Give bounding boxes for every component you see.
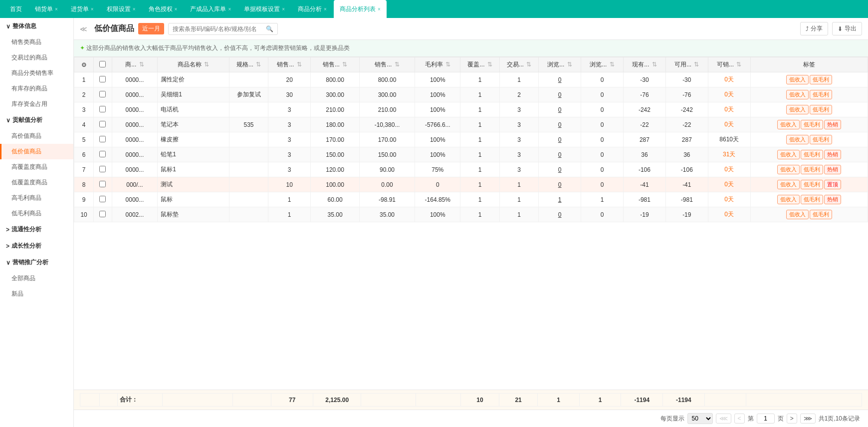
tag-badge[interactable]: 低收入 [777,120,800,129]
current-page-input[interactable] [757,414,775,424]
tag-badge[interactable]: 低收入 [777,165,800,174]
nav-tab-permission-close[interactable]: × [133,6,136,12]
row-checkbox-cell[interactable] [94,102,112,117]
row-checkbox-cell[interactable] [94,177,112,192]
sidebar-item-new-goods[interactable]: 新品 [0,286,73,302]
row-checkbox[interactable] [99,181,106,187]
sidebar-section-marketing[interactable]: ∨ 营销推广分析 [0,254,73,271]
tag-badge[interactable]: 低收入 [786,135,809,144]
browse1-link[interactable]: 0 [558,181,562,188]
browse1-link[interactable]: 0 [558,211,562,218]
tag-badge[interactable]: 低收入 [777,195,800,204]
sidebar-item-high-margin[interactable]: 高毛利商品 [0,190,73,206]
nav-tab-analysis-list[interactable]: 商品分析列表 × [334,0,387,18]
tag-badge[interactable]: 低毛利 [810,90,832,99]
sidebar-section-liquidity[interactable]: > 流通性分析 [0,221,73,238]
col-tags[interactable]: 标签 [750,57,868,72]
sidebar-collapse-btn[interactable]: ≪ [80,25,87,33]
row-checkbox-cell[interactable] [94,162,112,177]
browse1-link[interactable]: 0 [558,151,562,158]
row-browse1[interactable]: 0 [539,177,581,192]
sidebar-item-stock-goods[interactable]: 有库存的商品 [0,81,73,96]
tag-badge[interactable]: 置顶 [824,180,841,189]
nav-tab-template[interactable]: 单据模板设置 × [238,0,291,18]
nav-tab-sales-close[interactable]: × [55,6,58,12]
col-settings[interactable]: ⚙ [74,57,94,72]
sidebar-item-low-value[interactable]: 低价值商品 [0,144,73,159]
next-page-btn[interactable]: > [787,414,797,424]
row-checkbox[interactable] [99,106,106,112]
col-code[interactable]: 商... ⇅ [112,57,157,72]
tag-badge[interactable]: 低毛利 [810,75,832,84]
tag-badge[interactable]: 低毛利 [810,135,832,144]
col-name[interactable]: 商品名称 ⇅ [158,57,229,72]
sidebar-section-growth[interactable]: > 成长性分析 [0,238,73,254]
sidebar-item-category-rate[interactable]: 商品分类销售率 [0,65,73,81]
per-page-select[interactable]: 50 100 [687,413,713,424]
col-available[interactable]: 可用... ⇅ [665,57,708,72]
row-browse1[interactable]: 0 [539,87,581,102]
row-browse1[interactable]: 0 [539,117,581,132]
col-sales-qty[interactable]: 销售... ⇅ [268,57,311,72]
row-checkbox-cell[interactable] [94,192,112,207]
nav-tab-sales[interactable]: 销货单 × [29,0,64,18]
row-checkbox-cell[interactable] [94,117,112,132]
col-saleable[interactable]: 可销... ⇅ [708,57,750,72]
sidebar-section-overall[interactable]: ∨ 整体信息 [0,18,73,34]
row-browse1[interactable]: 0 [539,147,581,162]
nav-tab-purchase-close[interactable]: × [91,6,94,12]
sidebar-item-high-value[interactable]: 高价值商品 [0,128,73,144]
col-spec[interactable]: 规格... ⇅ [229,57,268,72]
browse1-link[interactable]: 0 [558,91,562,98]
browse1-link[interactable]: 0 [558,76,562,83]
browse1-link[interactable]: 0 [558,106,562,113]
tag-badge[interactable]: 低毛利 [801,150,823,159]
table-container[interactable]: ⚙ 商... ⇅ 商品名称 ⇅ 规格... ⇅ 销售... ⇅ 销售... ⇅ … [74,57,868,390]
nav-tab-stock[interactable]: 产成品入库单 × [184,0,237,18]
row-checkbox[interactable] [99,76,106,82]
nav-tab-analysis[interactable]: 商品分析 × [292,0,333,18]
tag-badge[interactable]: 热销 [824,120,841,129]
sidebar-item-low-margin[interactable]: 低毛利商品 [0,206,73,221]
sidebar-item-traded-goods[interactable]: 交易过的商品 [0,50,73,65]
sidebar-item-sales-goods[interactable]: 销售类商品 [0,34,73,50]
tag-badge[interactable]: 低收入 [786,90,809,99]
row-checkbox[interactable] [99,151,106,157]
prev-page-btn[interactable]: < [734,414,745,424]
tag-badge[interactable]: 低收入 [786,75,809,84]
search-input[interactable] [168,23,278,35]
col-browse2[interactable]: 浏览... ⇅ [581,57,624,72]
col-stock[interactable]: 现有... ⇅ [623,57,665,72]
nav-tab-stock-close[interactable]: × [228,6,231,12]
tag-badge[interactable]: 低毛利 [810,105,832,114]
row-browse1[interactable]: 0 [539,132,581,147]
row-checkbox[interactable] [99,136,106,142]
first-page-btn[interactable]: ⋘ [716,414,731,424]
nav-tab-analysis-close[interactable]: × [324,6,327,12]
row-browse1[interactable]: 0 [539,162,581,177]
nav-tab-permission[interactable]: 权限设置 × [101,0,142,18]
row-browse1[interactable]: 0 [539,102,581,117]
row-checkbox-cell[interactable] [94,87,112,102]
nav-tab-role-close[interactable]: × [175,6,178,12]
tag-badge[interactable]: 热销 [824,150,841,159]
row-checkbox[interactable] [99,211,106,217]
row-checkbox[interactable] [99,91,106,97]
row-checkbox-cell[interactable] [94,72,112,87]
filter-button[interactable]: 近一月 [138,23,164,34]
row-browse1[interactable]: 0 [539,207,581,222]
tag-badge[interactable]: 低毛利 [810,210,832,219]
last-page-btn[interactable]: ⋙ [800,414,816,424]
tag-badge[interactable]: 低毛利 [801,195,823,204]
tag-badge[interactable]: 低毛利 [801,120,823,129]
row-checkbox[interactable] [99,196,106,202]
tag-badge[interactable]: 热销 [824,165,841,174]
nav-tab-home[interactable]: 首页 [4,0,28,18]
nav-tab-template-close[interactable]: × [282,6,285,12]
search-icon[interactable]: 🔍 [266,25,273,32]
col-margin-rate[interactable]: 毛利率 ⇅ [415,57,460,72]
tag-badge[interactable]: 低毛利 [801,180,823,189]
tag-badge[interactable]: 低毛利 [801,165,823,174]
tag-badge[interactable]: 低收入 [786,210,809,219]
col-browse1[interactable]: 浏览... ⇅ [539,57,581,72]
